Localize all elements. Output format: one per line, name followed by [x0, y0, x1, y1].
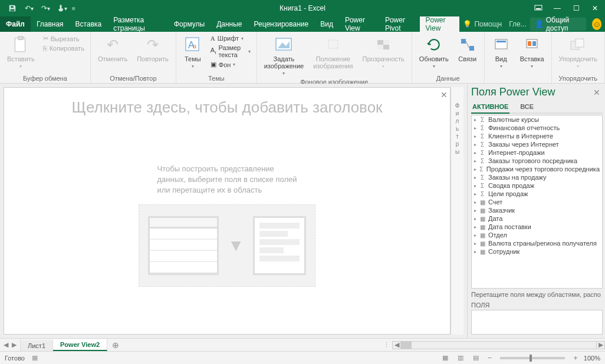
zoom-level[interactable]: 100% — [584, 355, 600, 362]
filters-sidebar-tab[interactable]: Фильтры — [451, 87, 463, 335]
tell-me-search[interactable]: 💡 Помощн — [459, 20, 505, 28]
expand-caret-icon[interactable]: ▸ — [474, 167, 476, 172]
page-break-view-icon[interactable]: ▤ — [470, 353, 482, 363]
field-item[interactable]: ▸ΣЗаказы через Интернет — [472, 140, 602, 148]
sheet-tab[interactable]: Лист1 — [21, 340, 53, 351]
field-item[interactable]: ▸▦Валюта страны/региона получателя — [472, 239, 602, 247]
menu-tab-данные[interactable]: Данные — [211, 16, 248, 32]
menu-tab-рецензирование[interactable]: Рецензирование — [248, 16, 315, 32]
field-item[interactable]: ▸ΣЗаказы торгового посредника — [472, 157, 602, 165]
menu-tab-разметка-страницы[interactable]: Разметка страницы — [107, 16, 168, 32]
account-label[interactable]: Гле... — [505, 20, 530, 28]
field-pane-close-icon[interactable]: ✕ — [591, 87, 603, 98]
field-list[interactable]: ▸ΣВалютные курсы▸ΣФинансовая отчетность▸… — [471, 115, 603, 289]
field-item[interactable]: ▸ΣВалютные курсы — [472, 115, 602, 124]
arrange-button[interactable]: Упорядочить ▾ — [557, 34, 600, 70]
field-item[interactable]: ▸ΣПродажи через торгового посредника — [472, 165, 602, 173]
font-button[interactable]: AШрифт▾ — [209, 34, 252, 42]
scroll-thumb[interactable] — [401, 342, 412, 349]
redo-button[interactable]: ↷ Повторить — [134, 34, 171, 64]
horizontal-scrollbar[interactable]: ◀ ▶ — [392, 341, 605, 349]
tab-all-fields[interactable]: ВСЕ — [519, 101, 535, 112]
expand-caret-icon[interactable]: ▸ — [474, 208, 476, 213]
menu-tab-формулы[interactable]: Формулы — [168, 16, 211, 32]
transparency-button[interactable]: Прозрачность ▾ — [360, 34, 407, 70]
image-position-button[interactable]: Положение изображения — [311, 34, 355, 71]
expand-caret-icon[interactable]: ▸ — [474, 241, 476, 246]
expand-caret-icon[interactable]: ▸ — [474, 224, 476, 230]
scroll-right-icon[interactable]: ▶ — [596, 342, 604, 349]
field-item[interactable]: ▸ΣЦели продаж — [472, 190, 602, 198]
view-button[interactable]: Вид ▾ — [489, 34, 513, 70]
tab-splitter[interactable]: ⋮ — [381, 341, 392, 349]
field-item[interactable]: ▸▦Дата поставки — [472, 223, 602, 231]
zoom-slider[interactable] — [500, 357, 565, 359]
expand-caret-icon[interactable]: ▸ — [474, 249, 476, 254]
background-button[interactable]: ▣Фон▾ — [209, 60, 252, 69]
redo-icon[interactable]: ↷▾ — [39, 2, 52, 15]
menu-tab-вид[interactable]: Вид — [314, 16, 339, 32]
menu-tab-power-pivot[interactable]: Power Pivot — [379, 16, 420, 32]
expand-caret-icon[interactable]: ▸ — [474, 134, 476, 139]
sheet-tab[interactable]: Power View2 — [53, 339, 107, 351]
expand-caret-icon[interactable]: ▸ — [474, 125, 476, 131]
field-item[interactable]: ▸▦Дата — [472, 214, 602, 223]
ribbon-options-icon[interactable] — [530, 0, 547, 16]
report-title-placeholder[interactable]: Щелкните здесь, чтобы добавить заголовок — [72, 98, 383, 117]
add-sheet-button[interactable]: ⊕ — [107, 339, 124, 351]
menu-tab-главная[interactable]: Главная — [31, 16, 70, 32]
zoom-out-button[interactable]: − — [485, 353, 495, 362]
expand-caret-icon[interactable]: ▸ — [474, 216, 476, 221]
expand-caret-icon[interactable]: ▸ — [474, 175, 476, 180]
text-size-button[interactable]: AIРазмер текста▾ — [209, 44, 252, 59]
report-preview-close-icon[interactable]: ✕ — [440, 90, 448, 100]
touch-mode-icon[interactable]: ▾ — [55, 2, 68, 15]
field-item[interactable]: ▸ΣКлиенты в Интернете — [472, 132, 602, 140]
save-icon[interactable] — [6, 2, 19, 15]
powerview-report[interactable]: ✕ Щелкните здесь, чтобы добавить заголов… — [4, 87, 451, 335]
page-layout-view-icon[interactable]: ▥ — [455, 353, 466, 363]
field-item[interactable]: ▸ΣИнтернет-продажи — [472, 148, 602, 157]
expand-caret-icon[interactable]: ▸ — [474, 117, 476, 123]
macro-recorder-icon[interactable]: ▦ — [32, 354, 38, 362]
copy-button[interactable]: ⎘Копировать — [42, 44, 86, 52]
refresh-button[interactable]: Обновить ▾ — [417, 34, 451, 70]
field-item[interactable]: ▸▦Заказчик — [472, 206, 602, 214]
expand-caret-icon[interactable]: ▸ — [474, 183, 476, 188]
undo-button[interactable]: ↶ Отменить — [96, 34, 130, 64]
share-button[interactable]: 👤 Общий доступ — [530, 18, 586, 31]
field-item[interactable]: ▸▦Счет — [472, 198, 602, 206]
expand-caret-icon[interactable]: ▸ — [474, 158, 476, 164]
file-menu[interactable]: Файл — [0, 16, 31, 32]
set-image-button[interactable]: Задать изображение ▾ — [262, 34, 307, 77]
feedback-smiley-icon[interactable]: ☺ — [592, 18, 601, 30]
scroll-left-icon[interactable]: ◀ — [393, 342, 401, 349]
undo-icon[interactable]: ↶▾ — [22, 2, 35, 15]
field-item[interactable]: ▸ΣСводка продаж — [472, 181, 602, 190]
relations-button[interactable]: Связи — [456, 34, 479, 64]
minimize-button[interactable]: ― — [548, 0, 566, 16]
cut-button[interactable]: ✂Вырезать — [42, 34, 86, 43]
menu-tab-вставка[interactable]: Вставка — [70, 16, 108, 32]
expand-caret-icon[interactable]: ▸ — [474, 142, 476, 147]
insert-button[interactable]: Вставка ▾ — [518, 34, 547, 70]
field-item[interactable]: ▸▦Отдел — [472, 231, 602, 239]
maximize-button[interactable]: ☐ — [567, 0, 585, 16]
expand-caret-icon[interactable]: ▸ — [474, 191, 476, 197]
field-item[interactable]: ▸ΣЗаказы на продажу — [472, 173, 602, 181]
menu-tab-power-view[interactable]: Power View — [420, 16, 460, 32]
expand-caret-icon[interactable]: ▸ — [474, 200, 476, 205]
menu-tab-power-view[interactable]: Power View — [339, 16, 379, 32]
zoom-in-button[interactable]: + — [571, 353, 580, 362]
sheet-nav-next-icon[interactable]: ▶ — [12, 341, 17, 349]
fields-drop-area[interactable] — [471, 310, 603, 335]
qat-customize-icon[interactable]: ≡ — [72, 5, 75, 12]
field-item[interactable]: ▸ΣФинансовая отчетность — [472, 124, 602, 132]
tab-active-fields[interactable]: АКТИВНОЕ — [471, 101, 509, 114]
expand-caret-icon[interactable]: ▸ — [474, 150, 476, 155]
close-button[interactable]: ✕ — [586, 0, 604, 16]
themes-button[interactable]: Aa Темы ▾ — [181, 34, 205, 70]
paste-button[interactable]: Вставить ▾ — [5, 34, 37, 70]
normal-view-icon[interactable]: ▦ — [439, 353, 451, 363]
sheet-nav-prev-icon[interactable]: ◀ — [4, 341, 8, 349]
